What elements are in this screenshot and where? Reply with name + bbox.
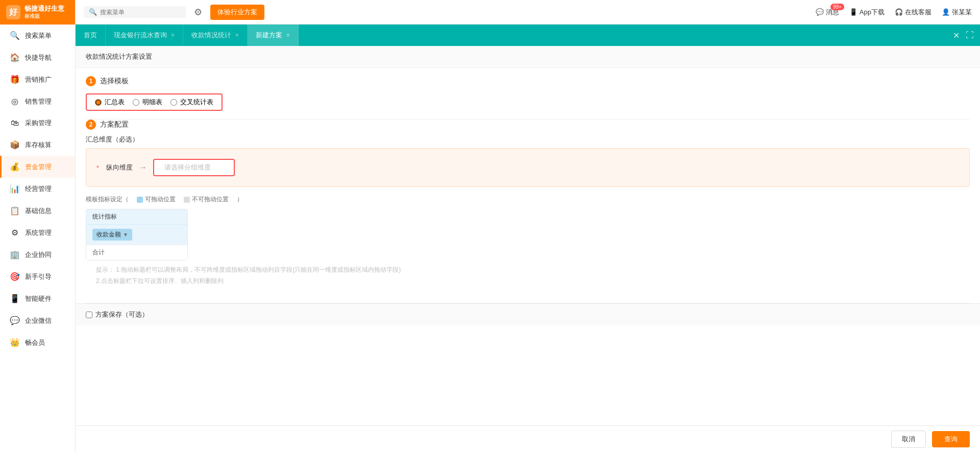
- sidebar-item-sales[interactable]: ◎ 销售管理: [0, 90, 75, 112]
- page-breadcrumb: 收款情况统计方案设置: [76, 46, 980, 68]
- search-icon: 🔍: [10, 31, 20, 40]
- search-area[interactable]: 🔍: [84, 6, 186, 18]
- sidebar-item-basic[interactable]: 📋 基础信息: [0, 200, 75, 222]
- tab-cash-bank[interactable]: 现金银行流水查询 ×: [106, 25, 183, 46]
- hardware-icon: 📱: [10, 294, 20, 303]
- action-bar: 取消 查询: [76, 425, 980, 452]
- service-icon: 🎧: [895, 8, 903, 16]
- basic-icon: 📋: [10, 206, 20, 216]
- message-icon: 💬: [816, 8, 824, 16]
- tab-cash-bank-close[interactable]: ×: [171, 32, 175, 39]
- draggable-dot: [137, 197, 143, 203]
- metrics-subtotal: 合计: [86, 245, 187, 260]
- dimension-arrow: →: [139, 163, 147, 172]
- user-info[interactable]: 👤 张某某: [942, 8, 972, 17]
- sales-icon: ◎: [10, 97, 20, 106]
- inventory-icon: 📦: [10, 140, 20, 150]
- radio-cross[interactable]: 交叉统计表: [170, 98, 213, 107]
- metrics-tag-chevron[interactable]: ▼: [123, 232, 128, 237]
- dimension-select[interactable]: 请选择分组维度: [153, 159, 235, 176]
- member-icon: 👑: [10, 338, 20, 347]
- radio-cross-input[interactable]: [170, 99, 177, 106]
- gift-icon: 🎁: [10, 75, 20, 84]
- sidebar-item-inventory[interactable]: 📦 库存核算: [0, 134, 75, 156]
- radio-summary-input[interactable]: [95, 99, 102, 106]
- template-section: 1 选择模板 汇总表 明细表 交叉统计表: [76, 68, 980, 119]
- sidebar-item-search[interactable]: 🔍 搜索菜单: [0, 25, 75, 46]
- tab-new-plan[interactable]: 新建方案 ×: [248, 25, 299, 46]
- sidebar-item-management[interactable]: 📊 经营管理: [0, 178, 75, 200]
- nav-tabs: 首页 现金银行流水查询 × 收款情况统计 × 新建方案 × ✕ ⛶: [76, 25, 980, 46]
- sidebar-item-purchase[interactable]: 🛍 采购管理: [0, 112, 75, 134]
- sidebar-item-member[interactable]: 👑 畅会员: [0, 331, 75, 353]
- metrics-box: 统计指标 收款金额 ▼ 合计: [86, 209, 188, 260]
- page-footer: 方案保存（可选）: [76, 303, 980, 325]
- tab-payment-stats-close[interactable]: ×: [235, 32, 239, 39]
- home-icon: 🏠: [10, 53, 20, 62]
- radio-summary[interactable]: 汇总表: [95, 98, 125, 107]
- sidebar-item-hardware[interactable]: 📱 智能硬件: [0, 288, 75, 310]
- dimension-section-label: 汇总维度（必选）: [86, 135, 970, 144]
- user-avatar: 👤: [942, 8, 950, 16]
- query-button[interactable]: 查询: [932, 431, 970, 447]
- trial-button[interactable]: 体验行业方案: [210, 5, 264, 20]
- gear-button[interactable]: ⚙: [194, 7, 202, 18]
- save-option-input[interactable]: [86, 312, 92, 318]
- tip-1: 提示： 1.拖动标题栏可以调整布局，不可跨维度或指标区域拖动列目字段(只能在同一…: [96, 265, 960, 276]
- logo-icon: 好: [6, 5, 20, 19]
- purchase-icon: 🛍: [10, 118, 20, 128]
- download-button[interactable]: 📱 App下载: [849, 8, 885, 17]
- metrics-tag-payment[interactable]: 收款金额 ▼: [92, 229, 132, 241]
- content-inner: 收款情况统计方案设置 1 选择模板 汇总表 明细表: [76, 46, 980, 425]
- top-header: 🔍 ⚙ 体验行业方案 💬 消息 99+ 📱 App下载 🎧 在线客服 👤 张某某: [76, 0, 980, 25]
- nav-close-all-button[interactable]: ✕: [953, 31, 960, 40]
- sidebar-item-wechat[interactable]: 💬 企业微信: [0, 310, 75, 331]
- nav-expand-button[interactable]: ⛶: [966, 31, 974, 40]
- sidebar-item-enterprise[interactable]: 🏢 企业协同: [0, 244, 75, 266]
- management-icon: 📊: [10, 184, 20, 194]
- header-actions: 💬 消息 99+ 📱 App下载 🎧 在线客服 👤 张某某: [816, 8, 972, 17]
- logo-text: 畅捷通好生意 标准版: [24, 5, 64, 20]
- tip-2: 2.点击标题栏下拉可设置排序、插入列和删除列: [96, 276, 960, 287]
- nav-actions: ✕ ⛶: [947, 25, 980, 46]
- sidebar-item-system[interactable]: ⚙ 系统管理: [0, 222, 75, 244]
- template-options-box: 汇总表 明细表 交叉统计表: [86, 93, 223, 111]
- tips-section: 提示： 1.拖动标题栏可以调整布局，不可跨维度或指标区域拖动列目字段(只能在同一…: [86, 260, 970, 295]
- download-icon: 📱: [849, 8, 857, 16]
- metrics-close-paren: ）: [237, 195, 243, 204]
- section2-title: 2 方案配置: [86, 120, 970, 130]
- main-area: 🔍 ⚙ 体验行业方案 💬 消息 99+ 📱 App下载 🎧 在线客服 👤 张某某: [76, 0, 980, 452]
- system-icon: ⚙: [10, 228, 20, 237]
- sidebar: 好 畅捷通好生意 标准版 🔍 搜索菜单 🏠 快捷导航 🎁 营销推广 ◎ 销售管理…: [0, 0, 76, 452]
- sidebar-item-finance[interactable]: 💰 资金管理: [0, 156, 75, 178]
- radio-detail[interactable]: 明细表: [133, 98, 162, 107]
- wechat-icon: 💬: [10, 316, 20, 325]
- draggable-legend: 可拖动位置: [137, 195, 176, 204]
- sidebar-item-guide[interactable]: 🎯 新手引导: [0, 266, 75, 288]
- app-logo: 好 畅捷通好生意 标准版: [0, 0, 75, 25]
- save-option-checkbox[interactable]: 方案保存（可选）: [86, 310, 149, 319]
- search-input[interactable]: [100, 9, 166, 16]
- metrics-label: 模板指标设定（: [86, 195, 129, 204]
- metrics-config: 模板指标设定（ 可拖动位置 不可拖动位置 ） 统计指标: [86, 195, 970, 260]
- dimension-row: * 纵向维度 → 请选择分组维度: [96, 159, 959, 176]
- dimension-area: * 纵向维度 → 请选择分组维度: [86, 148, 970, 187]
- required-indicator: *: [96, 164, 99, 172]
- cancel-button[interactable]: 取消: [891, 431, 926, 448]
- metrics-header: 统计指标: [86, 209, 187, 225]
- message-button[interactable]: 💬 消息 99+: [816, 8, 839, 17]
- tab-home[interactable]: 首页: [76, 25, 106, 46]
- config-section: 2 方案配置 汇总维度（必选） * 纵向维度 → 请选择分组维度: [76, 120, 980, 303]
- service-button[interactable]: 🎧 在线客服: [895, 8, 932, 17]
- search-icon-header: 🔍: [89, 8, 97, 16]
- drag-legend: 模板指标设定（ 可拖动位置 不可拖动位置 ）: [86, 195, 970, 204]
- tab-payment-stats[interactable]: 收款情况统计 ×: [183, 25, 248, 46]
- sidebar-item-marketing[interactable]: 🎁 营销推广: [0, 68, 75, 90]
- sidebar-item-quick-nav[interactable]: 🏠 快捷导航: [0, 46, 75, 68]
- fixed-dot: [184, 197, 190, 203]
- finance-icon: 💰: [10, 162, 20, 172]
- radio-detail-input[interactable]: [133, 99, 139, 106]
- tab-new-plan-close[interactable]: ×: [286, 32, 290, 39]
- enterprise-icon: 🏢: [10, 250, 20, 259]
- fixed-legend: 不可拖动位置: [184, 195, 229, 204]
